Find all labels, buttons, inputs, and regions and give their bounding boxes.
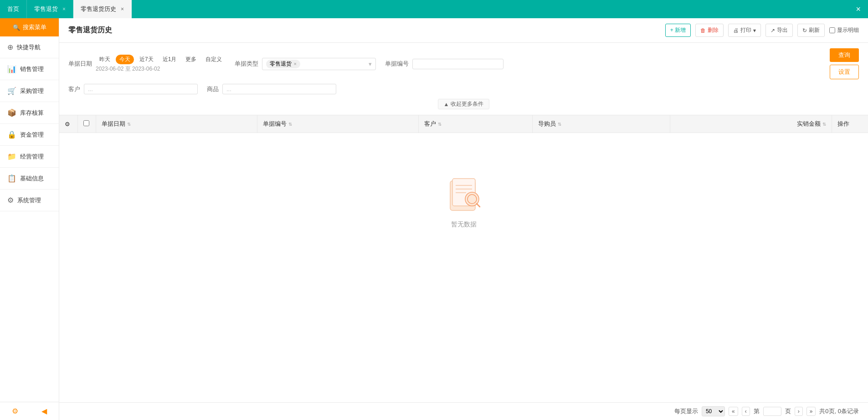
th-date[interactable]: 单据日期 ⇅ <box>96 115 257 133</box>
date-filter-label: 单据日期 <box>68 60 92 68</box>
last-page-button[interactable]: » <box>806 407 816 416</box>
select-all-checkbox[interactable] <box>83 120 89 126</box>
date-option-7days[interactable]: 近7天 <box>136 55 157 64</box>
tab-home-label: 首页 <box>7 5 19 13</box>
svg-line-7 <box>477 204 480 207</box>
prev-page-button[interactable]: ‹ <box>742 407 750 416</box>
sidebar-menu: ⊕ 快捷导航 📊 销售管理 🛒 采购管理 📦 库存核算 🔒 资金管理 📁 <box>0 36 59 402</box>
delete-button[interactable]: 🗑 删除 <box>695 24 724 37</box>
date-option-1month[interactable]: 近1月 <box>159 55 180 64</box>
sidebar-item-quick-nav-label: 快捷导航 <box>17 43 41 51</box>
th-date-sort-icon: ⇅ <box>127 122 131 127</box>
collapse-button[interactable]: ▲ 收起更多条件 <box>438 99 490 109</box>
query-button[interactable]: 查询 <box>830 48 859 62</box>
doc-type-tag-close[interactable]: × <box>293 61 296 67</box>
th-checkbox[interactable] <box>77 115 96 133</box>
goods-label: 商品 <box>207 85 219 93</box>
delete-label: 删除 <box>708 26 719 34</box>
sidebar-item-system[interactable]: ⚙ 系统管理 <box>0 190 59 211</box>
date-option-more[interactable]: 更多 <box>182 55 200 64</box>
th-guide-sort[interactable]: 导购员 ⇅ <box>538 120 664 128</box>
doc-type-tag-value: 零售退货 <box>270 60 292 68</box>
th-customer-sort-icon: ⇅ <box>438 122 442 127</box>
sidebar-item-basic-info[interactable]: 📋 基础信息 <box>0 168 59 190</box>
table-body: 暂无数据 <box>59 133 868 266</box>
show-detail-checkbox[interactable] <box>829 27 835 33</box>
sidebar-item-operations[interactable]: 📁 经营管理 <box>0 146 59 168</box>
th-doc-no-sort[interactable]: 单据编号 ⇅ <box>263 120 413 128</box>
date-option-yesterday[interactable]: 昨天 <box>96 55 114 64</box>
total-label: 共0页, 0条记录 <box>819 407 859 415</box>
collapse-icon: ▲ <box>444 101 449 108</box>
th-customer[interactable]: 客户 ⇅ <box>418 115 533 133</box>
sidebar-item-purchase[interactable]: 🛒 采购管理 <box>0 80 59 102</box>
tab-retail-return[interactable]: 零售退货 × <box>27 0 73 18</box>
refresh-icon: ↻ <box>802 27 807 34</box>
main-layout: 🔍 搜索菜单 ⊕ 快捷导航 📊 销售管理 🛒 采购管理 📦 库存核算 🔒 <box>0 18 868 420</box>
th-customer-sort[interactable]: 客户 ⇅ <box>424 120 527 128</box>
query-set-area: 查询 设置 <box>830 48 859 79</box>
th-gear[interactable]: ⚙ <box>59 115 77 133</box>
refresh-button[interactable]: ↻ 刷新 <box>797 24 825 37</box>
quick-nav-icon: ⊕ <box>7 43 13 51</box>
print-button[interactable]: 🖨 打印 ▾ <box>728 24 761 37</box>
th-date-sort[interactable]: 单据日期 ⇅ <box>102 120 252 128</box>
collapse-label: 收起更多条件 <box>451 100 483 108</box>
date-option-custom[interactable]: 自定义 <box>202 55 226 64</box>
tab-retail-return-close[interactable]: × <box>62 6 66 12</box>
th-customer-label: 客户 <box>424 120 436 128</box>
tab-retail-return-history-label: 零售退货历史 <box>81 5 116 13</box>
pagination-bar: 每页显示 10 20 50 100 « ‹ 第 1 页 › » 共0页, 0条记… <box>59 402 868 420</box>
th-amount-sort[interactable]: 实销金额 ⇅ <box>676 120 826 128</box>
export-button[interactable]: ↗ 导出 <box>765 24 793 37</box>
doc-no-label: 单据编号 <box>385 60 409 68</box>
sidebar-item-finance[interactable]: 🔒 资金管理 <box>0 124 59 146</box>
goods-ellipsis: ... <box>226 86 231 92</box>
sidebar-item-system-label: 系统管理 <box>17 196 41 205</box>
sidebar-item-finance-label: 资金管理 <box>20 131 44 139</box>
data-table: ⚙ 单据日期 ⇅ 单据编号 <box>59 115 868 265</box>
sidebar-search[interactable]: 🔍 搜索菜单 <box>0 18 59 36</box>
th-amount-sort-icon: ⇅ <box>822 122 826 127</box>
first-page-button[interactable]: « <box>729 407 738 416</box>
next-page-button[interactable]: › <box>795 407 803 416</box>
filter-goods: 商品 ... <box>207 84 336 94</box>
new-button[interactable]: + 新增 <box>665 24 691 37</box>
th-amount[interactable]: 实销金额 ⇅ <box>670 115 832 133</box>
finance-icon: 🔒 <box>7 130 16 139</box>
set-button[interactable]: 设置 <box>830 65 859 79</box>
date-options: 昨天 今天 近7天 近1月 更多 自定义 <box>96 55 226 64</box>
tab-retail-return-history-close[interactable]: × <box>121 6 124 12</box>
sidebar-item-quick-nav[interactable]: ⊕ 快捷导航 <box>0 36 59 58</box>
show-detail-checkbox-label[interactable]: 显示明细 <box>829 26 859 34</box>
doc-no-input[interactable] <box>412 59 503 69</box>
doc-type-select[interactable]: 零售退货 × ▾ <box>262 58 376 70</box>
collapse-row: ▲ 收起更多条件 <box>68 99 859 109</box>
sidebar-item-sales-label: 销售管理 <box>20 65 44 73</box>
sidebar-collapse-button[interactable]: ◀ <box>41 407 47 415</box>
th-doc-no[interactable]: 单据编号 ⇅ <box>257 115 418 133</box>
sidebar-settings-button[interactable]: ⚙ <box>12 407 18 415</box>
print-label: 打印 <box>740 26 751 34</box>
date-options-group: 昨天 今天 近7天 近1月 更多 自定义 2023-06-02 至 2023-0… <box>96 55 226 73</box>
sidebar-item-sales[interactable]: 📊 销售管理 <box>0 58 59 80</box>
customer-select[interactable]: ... <box>84 84 198 94</box>
th-guide-label: 导购员 <box>538 120 556 128</box>
tab-home[interactable]: 首页 <box>0 0 27 18</box>
sidebar-item-basic-info-label: 基础信息 <box>20 174 44 183</box>
tab-retail-return-history[interactable]: 零售退货历史 × <box>73 0 132 18</box>
search-icon: 🔍 <box>13 24 20 31</box>
th-doc-no-label: 单据编号 <box>263 120 287 128</box>
sidebar-item-inventory[interactable]: 📦 库存核算 <box>0 102 59 124</box>
per-page-select[interactable]: 10 20 50 100 <box>702 406 725 416</box>
print-arrow-icon: ▾ <box>753 27 756 34</box>
filter-doc-type: 单据类型 零售退货 × ▾ <box>235 58 376 70</box>
page-input[interactable]: 1 <box>763 407 781 416</box>
window-close-button[interactable]: × <box>848 5 868 14</box>
date-option-today[interactable]: 今天 <box>116 55 134 64</box>
content-area: 零售退货历史 + 新增 🗑 删除 🖨 打印 ▾ ↗ 导出 ↻ <box>59 18 868 420</box>
export-icon: ↗ <box>770 27 775 34</box>
gear-icon: ⚙ <box>65 121 70 128</box>
goods-select[interactable]: ... <box>222 84 336 94</box>
th-guide[interactable]: 导购员 ⇅ <box>533 115 670 133</box>
